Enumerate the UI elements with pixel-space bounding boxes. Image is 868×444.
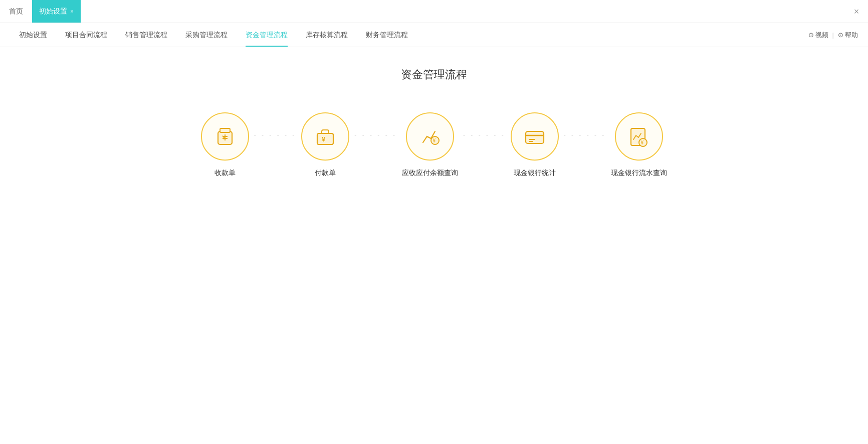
nav-item-finance[interactable]: 财务管理流程 [357, 23, 417, 47]
step-cashflow-label: 现金银行流水查询 [611, 169, 667, 178]
dots-1: - - - - - - [254, 131, 297, 138]
active-tab[interactable]: 初始设置 × [32, 0, 81, 23]
help-button[interactable]: ⊙ 帮助 [838, 31, 858, 40]
balance-icon: ¥ [418, 124, 442, 149]
nav-item-capital[interactable]: 资金管理流程 [237, 23, 297, 47]
active-tab-label: 初始设置 [39, 7, 67, 16]
step-payment-circle: ¥ [301, 112, 349, 161]
dots-2: - - - - - - [354, 131, 397, 138]
svg-text:¥: ¥ [222, 135, 226, 140]
nav-item-purchase[interactable]: 采购管理流程 [176, 23, 237, 47]
step-cashflow-query[interactable]: ¥ 现金银行流水查询 [611, 112, 667, 178]
step-payment-label: 付款单 [315, 169, 336, 178]
window-close-button[interactable]: × [845, 0, 868, 23]
receipt-icon: ¥ [213, 124, 237, 149]
connector-1: - - - - - - [249, 131, 302, 138]
step-cashbank[interactable]: 现金银行统计 [511, 112, 559, 178]
step-cashbank-circle [511, 112, 559, 161]
svg-text:¥: ¥ [322, 135, 326, 143]
page-title: 资金管理流程 [401, 67, 467, 82]
nav-right: ⊙ 视频 | ⊙ 帮助 [808, 31, 858, 40]
active-tab-close-icon[interactable]: × [70, 8, 74, 15]
step-cashbank-label: 现金银行统计 [514, 169, 556, 178]
step-cashflow-circle: ¥ [615, 112, 663, 161]
dots-4: - - - - - - [564, 131, 606, 138]
step-balance-label: 应收应付余额查询 [402, 169, 458, 178]
svg-rect-10 [526, 131, 544, 143]
flow-steps: ¥ 收款单 - - - - - - ¥ 付款单 - - - - - - [30, 112, 838, 178]
nav-separator: | [832, 31, 834, 39]
connector-4: - - - - - - [559, 131, 611, 138]
step-balance-circle: ¥ [406, 112, 454, 161]
step-receipt-label: 收款单 [214, 169, 236, 178]
cashflow-icon: ¥ [627, 124, 651, 149]
help-icon: ⊙ [838, 31, 843, 39]
nav-item-inventory[interactable]: 库存核算流程 [297, 23, 357, 47]
help-label: 帮助 [845, 31, 858, 40]
step-balance-query[interactable]: ¥ 应收应付余额查询 [402, 112, 458, 178]
connector-3: - - - - - - [458, 131, 511, 138]
step-receipt-circle: ¥ [201, 112, 249, 161]
svg-text:¥: ¥ [432, 138, 436, 143]
play-icon: ⊙ [808, 31, 814, 39]
svg-text:¥: ¥ [640, 140, 644, 145]
video-label: 视频 [815, 31, 828, 40]
nav-item-sales[interactable]: 销售管理流程 [116, 23, 176, 47]
dots-3: - - - - - - [463, 131, 506, 138]
connector-2: - - - - - - [349, 131, 402, 138]
nav-item-initial[interactable]: 初始设置 [10, 23, 56, 47]
top-bar: 首页 初始设置 × [0, 0, 868, 23]
nav-bar: 初始设置 项目合同流程 销售管理流程 采购管理流程 资金管理流程 库存核算流程 … [0, 23, 868, 47]
svg-rect-1 [220, 128, 230, 132]
home-tab[interactable]: 首页 [0, 0, 32, 23]
cashbank-icon [523, 124, 547, 149]
payment-icon: ¥ [313, 124, 337, 149]
main-content: 资金管理流程 ¥ 收款单 - - - - - - [0, 47, 868, 198]
nav-item-project[interactable]: 项目合同流程 [56, 23, 116, 47]
step-payment[interactable]: ¥ 付款单 [301, 112, 349, 178]
video-button[interactable]: ⊙ 视频 [808, 31, 828, 40]
step-receipt[interactable]: ¥ 收款单 [201, 112, 249, 178]
